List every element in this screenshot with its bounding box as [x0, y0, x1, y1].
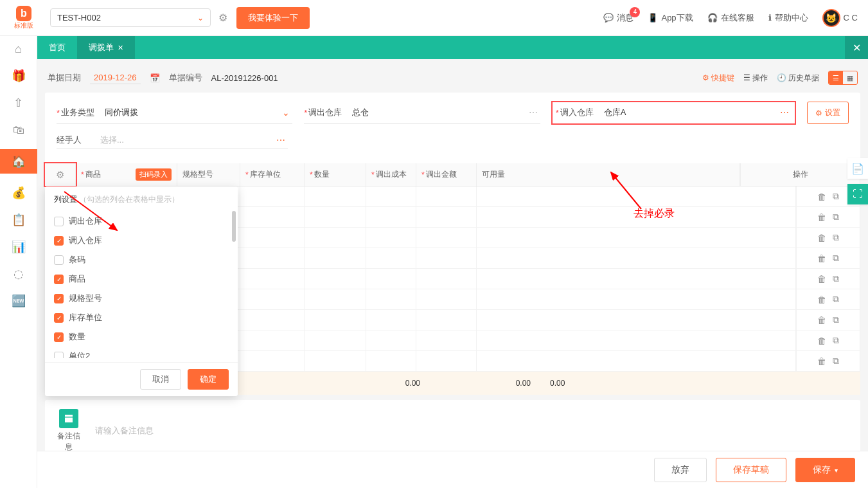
nav-report-icon[interactable]: 📊 [11, 239, 26, 255]
gear-icon[interactable]: ⚙ [218, 12, 227, 24]
column-option[interactable]: ✓库存单位 [54, 308, 229, 327]
discard-button[interactable]: 放弃 [654, 458, 707, 482]
checkbox-icon[interactable]: ✓ [54, 332, 64, 342]
close-icon[interactable]: ✕ [118, 44, 123, 52]
scan-input-button[interactable]: 扫码录入 [136, 168, 172, 181]
delete-icon[interactable]: 🗑 [817, 253, 826, 264]
nav-money-icon[interactable]: 💰 [11, 185, 26, 201]
nav-warehouse-icon[interactable]: 🏠 [0, 149, 37, 174]
remark-input[interactable]: 请输入备注信息 [84, 425, 851, 437]
column-option[interactable]: ✓数量 [54, 327, 229, 347]
delete-icon[interactable]: 🗑 [817, 274, 826, 284]
nav-bag-icon[interactable]: 🛍 [11, 122, 26, 138]
main-content: 单据日期 2019-12-26 📅 单据编号 AL-20191226-001 ⚙… [37, 59, 868, 488]
checkbox-icon[interactable]: ✓ [54, 294, 64, 303]
column-option[interactable]: ✓商品 [54, 269, 229, 289]
checkbox-icon[interactable] [54, 352, 64, 359]
scrollbar-thumb[interactable] [232, 211, 236, 242]
checkbox-icon[interactable]: ✓ [54, 275, 64, 284]
checkbox-icon[interactable] [54, 255, 64, 265]
save-draft-button[interactable]: 保存草稿 [716, 458, 786, 482]
shortcut-link[interactable]: ⚙快捷键 [702, 73, 734, 84]
delete-icon[interactable]: 🗑 [817, 336, 826, 346]
column-option[interactable]: ✓调入仓库 [54, 231, 229, 250]
column-settings-popover: 列设置 （勾选的列会在表格中显示） 调出仓库✓调入仓库条码✓商品✓规格型号✓库存… [45, 186, 238, 396]
popover-title: 列设置 （勾选的列会在表格中显示） [45, 194, 238, 210]
column-option[interactable]: 条码 [54, 250, 229, 269]
expand-rail-button[interactable]: ⛶ [847, 184, 868, 204]
cancel-button[interactable]: 取消 [140, 369, 181, 390]
field-out-warehouse[interactable]: *调出仓库 总仓 ⋯ [304, 102, 540, 124]
help-center-link[interactable]: ℹ 帮助中心 [768, 12, 808, 24]
history-link[interactable]: 🕘历史单据 [777, 73, 819, 84]
logo: b 标准版 [10, 6, 37, 30]
column-option[interactable]: 单位2 [54, 347, 229, 358]
doc-number-value: AL-20191226-001 [211, 73, 278, 83]
save-button[interactable]: 保存▾ [795, 458, 855, 482]
messages-link[interactable]: 💬 消息 4 [603, 12, 633, 24]
delete-icon[interactable]: 🗑 [817, 212, 826, 222]
col-qty: *数量 [305, 163, 366, 186]
delete-icon[interactable]: 🗑 [817, 356, 826, 366]
delete-icon[interactable]: 🗑 [817, 192, 826, 202]
tab-bar: 首页 调拨单 ✕ ✕ [37, 36, 868, 59]
doc-date-value[interactable]: 2019-12-26 [90, 71, 141, 84]
headset-icon: 🎧 [707, 13, 718, 23]
copy-icon[interactable]: ⧉ [833, 191, 839, 202]
help-icon: ℹ [768, 13, 772, 23]
trial-button[interactable]: 我要体验一下 [236, 7, 310, 29]
field-in-warehouse[interactable]: *调入仓库 仓库A ⋯ [552, 102, 795, 124]
brand-icon: b [16, 6, 31, 21]
nav-inbound-icon[interactable]: ⇧ [11, 95, 26, 111]
user-menu[interactable]: 😺 C C [822, 9, 858, 27]
field-biz-type[interactable]: *业务类型 同价调拨 ⌄ [57, 102, 292, 124]
copy-icon[interactable]: ⧉ [833, 253, 839, 264]
settings-button[interactable]: ⚙设置 [807, 102, 849, 124]
column-option[interactable]: 调出仓库 [54, 212, 229, 231]
checkbox-icon[interactable]: ✓ [54, 236, 64, 246]
notes-rail-button[interactable]: 📄 [847, 158, 868, 179]
column-settings-button[interactable]: ⚙ [45, 163, 76, 186]
more-icon: ⋯ [274, 135, 288, 145]
footer-qty: 0.00 [366, 372, 428, 395]
app-download-link[interactable]: 📱 App下载 [648, 12, 693, 24]
confirm-button[interactable]: 确定 [188, 369, 229, 390]
checkbox-icon[interactable] [54, 217, 64, 226]
delete-icon[interactable]: 🗑 [817, 233, 826, 243]
copy-icon[interactable]: ⧉ [833, 314, 839, 325]
nav-clipboard-icon[interactable]: 📋 [11, 212, 26, 228]
topbar-right: 💬 消息 4 📱 App下载 🎧 在线客服 ℹ 帮助中心 😺 C C [603, 9, 858, 27]
nav-home-icon[interactable]: ⌂ [11, 41, 26, 57]
copy-icon[interactable]: ⧉ [833, 356, 839, 366]
tab-transfer-order[interactable]: 调拨单 ✕ [77, 36, 135, 59]
tenant-selector[interactable]: TEST-H002 ⌄ [50, 8, 211, 27]
document-header: 单据日期 2019-12-26 📅 单据编号 AL-20191226-001 ⚙… [45, 67, 860, 93]
operation-link[interactable]: ☰操作 [743, 73, 768, 84]
tab-home[interactable]: 首页 [37, 36, 77, 59]
column-list[interactable]: 调出仓库✓调入仓库条码✓商品✓规格型号✓库存单位✓数量单位2 [45, 210, 238, 358]
list-view-icon[interactable]: ☰ [829, 71, 843, 84]
delete-icon[interactable]: 🗑 [817, 294, 826, 305]
right-rail: 📄 ⛶ [847, 158, 868, 204]
copy-icon[interactable]: ⧉ [833, 294, 839, 305]
view-toggle[interactable]: ☰ ▦ [828, 71, 858, 85]
copy-icon[interactable]: ⧉ [833, 212, 839, 222]
nav-gift-icon[interactable]: 🎁 [11, 68, 26, 84]
copy-icon[interactable]: ⧉ [833, 232, 839, 243]
field-handler[interactable]: 经手人 选择... ⋯ [57, 132, 288, 149]
tabs-close-all[interactable]: ✕ [845, 36, 868, 59]
messages-badge: 4 [630, 7, 640, 17]
online-service-link[interactable]: 🎧 在线客服 [707, 12, 754, 24]
col-amount: *调出金额 [416, 163, 477, 186]
delete-icon[interactable]: 🗑 [817, 315, 826, 325]
column-option[interactable]: ✓规格型号 [54, 289, 229, 308]
chat-icon: 💬 [603, 13, 614, 23]
nav-sync-icon[interactable]: ◌ [11, 266, 26, 282]
nav-new-icon[interactable]: 🆕 [11, 293, 26, 309]
copy-icon[interactable]: ⧉ [833, 273, 839, 284]
checkbox-icon[interactable]: ✓ [54, 313, 64, 323]
grid-view-icon[interactable]: ▦ [843, 71, 857, 84]
left-nav: ⌂ 🎁 ⇧ 🛍 🏠 💰 📋 📊 ◌ 🆕 [0, 36, 37, 488]
copy-icon[interactable]: ⧉ [833, 335, 839, 346]
calendar-icon[interactable]: 📅 [150, 73, 160, 83]
